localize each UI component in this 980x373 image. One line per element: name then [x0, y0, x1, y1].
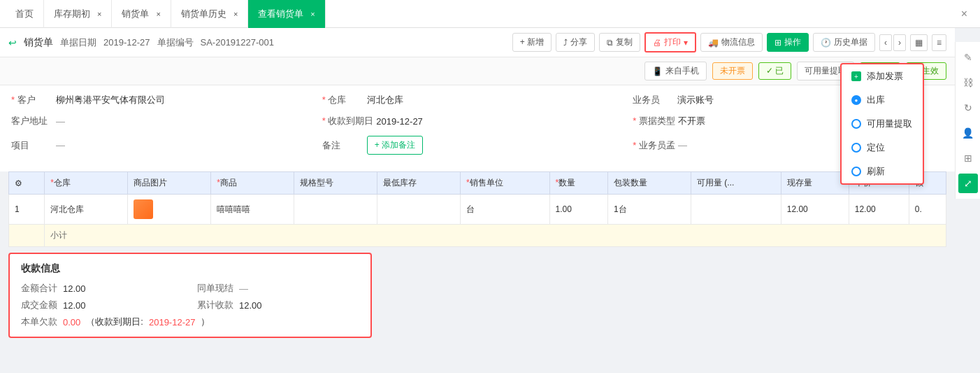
- print-button[interactable]: 🖨 打印 ▾: [644, 32, 696, 52]
- sidebar-refresh-icon[interactable]: ↻: [958, 98, 978, 118]
- total-value: 12.00: [63, 283, 86, 294]
- cumulative-value: 12.00: [239, 300, 262, 311]
- add-note-button[interactable]: + 添加备注: [367, 136, 423, 155]
- cell-no: 1: [9, 195, 45, 225]
- sidebar-grid-icon[interactable]: ⊞: [958, 148, 978, 168]
- doc-date-value: 2019-12-27: [103, 37, 150, 48]
- address-label: 客户地址: [11, 115, 53, 127]
- doc-icon: ↩: [8, 37, 17, 48]
- outbound-icon: ●: [851, 95, 861, 105]
- staff-value: 演示账号: [677, 94, 714, 106]
- dropdown-locate[interactable]: 定位: [842, 136, 923, 160]
- col-available: 可用量 (...: [691, 172, 781, 195]
- sidebar-user-icon[interactable]: 👤: [958, 123, 978, 143]
- history-icon: 🕐: [821, 38, 831, 48]
- col-image: 商品图片: [128, 172, 211, 195]
- col-min-stock: 最低库存: [377, 172, 461, 195]
- sidebar-edit-icon[interactable]: ✎: [958, 48, 978, 67]
- col-quantity: *数量: [549, 172, 608, 195]
- grid-icon: ⊞: [774, 38, 781, 48]
- operations-dropdown: + 添加发票 ● 出库 可用量提取 定位 刷新: [840, 63, 924, 185]
- copy-icon: ⧉: [607, 38, 613, 48]
- form-row-3: 项目 — 备注 + 添加备注 业务员孟 —: [11, 136, 944, 155]
- payment-title: 收款信息: [21, 262, 359, 275]
- transaction-value: 12.00: [63, 300, 86, 311]
- balance-row: 本单欠款 0.00 （收款到期日: 2019-12-27 ）: [21, 316, 359, 328]
- view-card-button[interactable]: ▦: [910, 34, 928, 51]
- cell-product: 嘻嘻嘻嘻: [211, 195, 294, 225]
- project-field: 项目 —: [11, 139, 322, 152]
- operations-button[interactable]: ⊞ 操作: [767, 33, 809, 52]
- dropdown-available-qty[interactable]: 可用量提取: [842, 112, 923, 136]
- payment-section: 收款信息 金额合计 12.00 同单现结 — 成交金额 12.00 累计收款 1…: [8, 253, 372, 338]
- note-field: 备注 + 添加备注: [322, 136, 633, 155]
- locate-label: 定位: [867, 141, 885, 154]
- prev-button[interactable]: ‹: [879, 34, 892, 51]
- project-value: —: [56, 140, 65, 150]
- window-close-button[interactable]: ×: [954, 8, 974, 20]
- due-date-value: 2019-12-27: [376, 116, 423, 127]
- tab-view-sales[interactable]: 查看销货单 ×: [248, 0, 325, 28]
- locate-icon: [851, 143, 861, 153]
- new-button[interactable]: + 新增: [512, 33, 552, 52]
- cell-quantity: 1.00: [549, 195, 608, 225]
- customer-label: 客户: [11, 94, 53, 106]
- tab-view-close[interactable]: ×: [310, 10, 315, 18]
- dropdown-add-invoice[interactable]: + 添加发票: [842, 64, 923, 88]
- col-spec: 规格型号: [294, 172, 377, 195]
- sales-staff-value: —: [678, 140, 687, 150]
- view-list-button[interactable]: ≡: [932, 34, 946, 51]
- cell-available: [691, 195, 781, 225]
- product-thumbnail: [134, 199, 153, 219]
- balance-value: 0.00: [63, 317, 80, 328]
- copy-button[interactable]: ⧉ 复制: [599, 33, 640, 52]
- cell-spec: [294, 195, 377, 225]
- history-button[interactable]: 🕐 历史单据: [813, 33, 875, 52]
- transaction-label: 成交金额: [21, 299, 57, 311]
- same-order-row: 同单现结 —: [197, 282, 359, 295]
- col-pack-qty: 包装数量: [608, 172, 691, 195]
- available-qty-icon: [851, 119, 861, 129]
- doc-number-value: SA-20191227-001: [201, 37, 275, 48]
- tab-inventory-start[interactable]: 库存期初 ×: [44, 0, 112, 28]
- tab-inventory-close[interactable]: ×: [97, 10, 101, 18]
- dropdown-refresh[interactable]: 刷新: [842, 160, 923, 183]
- cell-unit-price: 12.00: [849, 195, 909, 225]
- total-label: 金额合计: [21, 282, 57, 295]
- tab-sales-history[interactable]: 销货单历史 ×: [171, 0, 248, 28]
- customer-field: 客户 柳州粤港平安气体有限公司: [11, 94, 322, 106]
- share-button[interactable]: ⤴ 分享: [556, 33, 595, 52]
- address-field: 客户地址 —: [11, 115, 322, 127]
- sales-staff-label: 业务员孟: [633, 139, 675, 152]
- logistics-button[interactable]: 🚚 物流信息: [700, 33, 763, 52]
- col-settings[interactable]: ⚙: [9, 172, 45, 195]
- sidebar-link-icon[interactable]: ⛓: [958, 73, 978, 92]
- same-order-value: —: [239, 283, 248, 294]
- tab-history-close[interactable]: ×: [233, 10, 238, 18]
- next-button[interactable]: ›: [893, 34, 906, 51]
- tab-sales-close[interactable]: ×: [156, 10, 160, 18]
- tab-sales-label: 销货单: [122, 8, 149, 20]
- available-qty-label: 可用量提取: [867, 118, 912, 130]
- customer-value: 柳州粤港平安气体有限公司: [56, 94, 165, 106]
- refresh-icon: [851, 167, 861, 176]
- cell-warehouse: 河北仓库: [45, 195, 128, 225]
- dropdown-outbound[interactable]: ● 出库: [842, 88, 923, 112]
- balance-label: 本单欠款: [21, 316, 57, 328]
- refresh-label: 刷新: [867, 165, 885, 178]
- tab-history-label: 销货单历史: [181, 8, 226, 20]
- print-dropdown-arrow[interactable]: ▾: [684, 38, 688, 48]
- balance-end: ）: [201, 316, 210, 328]
- sidebar-expand-icon[interactable]: ⤢: [958, 174, 978, 193]
- tab-home[interactable]: 首页: [6, 0, 44, 28]
- col-current-stock: 现存量: [781, 172, 849, 195]
- add-invoice-icon: +: [851, 71, 861, 81]
- cumulative-label: 累计收款: [197, 299, 233, 311]
- from-phone-button[interactable]: 📱 来自手机: [644, 62, 707, 80]
- cell-current-stock: 12.00: [781, 195, 849, 225]
- tab-sales-order[interactable]: 销货单 ×: [112, 0, 171, 28]
- tab-view-label: 查看销货单: [258, 8, 303, 20]
- subtotal-col-1: 小计: [45, 225, 946, 247]
- payment-grid: 金额合计 12.00 同单现结 — 成交金额 12.00 累计收款 12.00 …: [21, 282, 359, 328]
- doc-date-label: 单据日期: [60, 36, 96, 49]
